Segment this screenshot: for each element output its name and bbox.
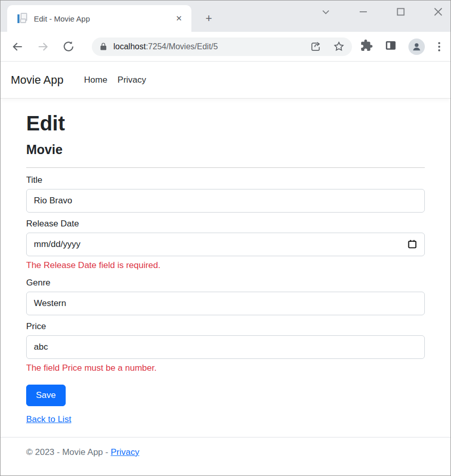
price-field-group: Price The field Price must be a number. <box>26 321 425 374</box>
title-input[interactable] <box>26 189 425 213</box>
extensions-puzzle-icon[interactable] <box>360 39 373 54</box>
tab-strip: Edit - Movie App ✕ + <box>1 1 450 32</box>
nav-link-home[interactable]: Home <box>79 71 112 89</box>
price-label: Price <box>26 321 425 332</box>
release-date-input[interactable] <box>26 233 425 256</box>
minimize-button[interactable] <box>356 5 370 19</box>
page-content: Edit Movie Title Release Date The Releas… <box>1 99 450 425</box>
forward-icon[interactable] <box>36 40 50 53</box>
price-input[interactable] <box>26 335 425 359</box>
save-button[interactable]: Save <box>26 385 66 406</box>
address-bar[interactable]: localhost:7254/Movies/Edit/5 <box>92 37 352 56</box>
browser-menu-icon[interactable] <box>436 40 442 53</box>
page-title: Edit <box>26 111 425 135</box>
genre-input[interactable] <box>26 292 425 315</box>
footer-privacy-link[interactable]: Privacy <box>111 447 140 457</box>
site-favicon-icon <box>17 13 29 24</box>
price-error: The field Price must be a number. <box>26 362 425 374</box>
tab-close-icon[interactable]: ✕ <box>172 13 185 24</box>
browser-window: Edit - Movie App ✕ + <box>0 0 451 476</box>
release-date-error: The Release Date field is required. <box>26 259 425 272</box>
title-field-group: Title <box>26 175 425 213</box>
nav-link-privacy[interactable]: Privacy <box>112 71 151 89</box>
maximize-button[interactable] <box>394 5 408 19</box>
back-icon[interactable] <box>11 40 24 53</box>
reload-icon[interactable] <box>62 40 75 53</box>
site-footer: © 2023 - Movie App - Privacy <box>1 437 450 467</box>
edit-movie-form: Title Release Date The Release Date fiel… <box>26 175 425 406</box>
new-tab-button[interactable]: + <box>202 12 216 26</box>
side-panel-icon[interactable] <box>384 39 397 54</box>
lock-icon[interactable] <box>99 42 108 51</box>
back-to-list-link[interactable]: Back to List <box>26 414 71 425</box>
url-path: :7254/Movies/Edit/5 <box>146 42 218 51</box>
url-text[interactable]: localhost:7254/Movies/Edit/5 <box>113 42 299 51</box>
genre-field-group: Genre <box>26 278 425 315</box>
release-date-field-group: Release Date The Release Date field is r… <box>26 219 425 272</box>
brand-link[interactable]: Movie App <box>11 73 64 87</box>
browser-tab[interactable]: Edit - Movie App ✕ <box>7 5 191 32</box>
bookmark-star-icon[interactable] <box>333 41 345 52</box>
profile-avatar[interactable] <box>408 39 425 55</box>
share-icon[interactable] <box>310 41 322 52</box>
page-subtitle: Movie <box>26 142 425 157</box>
close-window-button[interactable] <box>431 5 445 19</box>
chevron-down-icon[interactable] <box>319 5 333 19</box>
browser-toolbar: localhost:7254/Movies/Edit/5 <box>1 32 450 62</box>
title-label: Title <box>26 175 425 185</box>
genre-label: Genre <box>26 278 425 288</box>
release-date-label: Release Date <box>26 219 425 229</box>
url-host: localhost <box>113 42 146 51</box>
calendar-icon[interactable] <box>407 239 418 252</box>
copyright-text: © 2023 - Movie App - <box>26 447 111 457</box>
site-navbar: Movie App Home Privacy <box>1 62 450 99</box>
divider <box>26 167 425 168</box>
tab-title: Edit - Movie App <box>34 14 172 23</box>
